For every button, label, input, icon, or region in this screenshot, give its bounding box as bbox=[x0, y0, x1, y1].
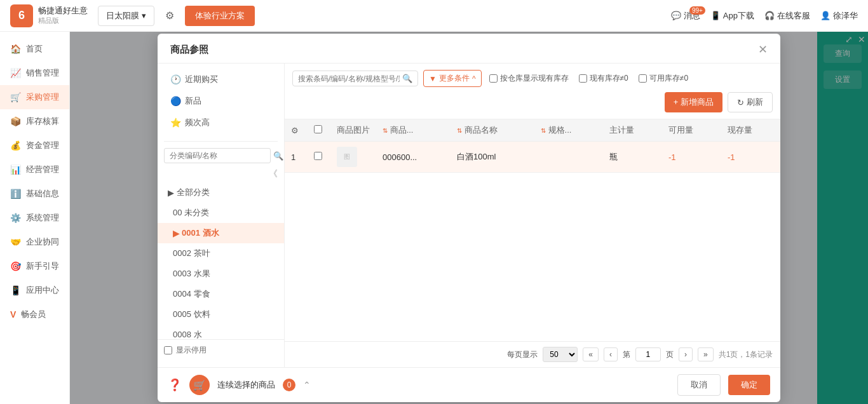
online-service-nav-item[interactable]: 🎧 在线客服 bbox=[764, 10, 810, 22]
logo-line1: 畅捷通好生意 bbox=[38, 6, 88, 17]
category-search-input[interactable] bbox=[164, 148, 271, 163]
cat-item-water[interactable]: 0008 水 bbox=[158, 325, 284, 339]
next-page-button[interactable]: › bbox=[679, 347, 693, 361]
quick-btn-new[interactable]: 🔵 新品 bbox=[164, 91, 278, 111]
quick-label-recent: 近期购买 bbox=[185, 74, 218, 85]
checkbox-by-warehouse[interactable]: 按仓库显示现有库存 bbox=[489, 73, 569, 84]
cat-item-all[interactable]: ▶ 全部分类 bbox=[158, 182, 284, 203]
per-page-select[interactable]: 50 10 20 100 bbox=[543, 347, 578, 362]
selected-label: 连续选择的商品 bbox=[217, 379, 275, 391]
cat-item-tea[interactable]: 0002 茶叶 bbox=[158, 243, 284, 264]
logo-line2: 精品版 bbox=[38, 16, 88, 25]
category-search-area: 🔍 bbox=[158, 145, 284, 168]
clock-icon: 🕐 bbox=[170, 74, 181, 84]
help-icon[interactable]: ❓ bbox=[168, 378, 182, 392]
checkbox-by-warehouse-input[interactable] bbox=[489, 74, 498, 83]
cat-item-uncategorized[interactable]: 00 未分类 bbox=[158, 203, 284, 223]
user-icon: 👤 bbox=[820, 11, 831, 20]
modal-header: 商品参照 ✕ bbox=[158, 34, 780, 64]
th-image: 商品图片 bbox=[330, 119, 376, 142]
total-info: 共1页，1条记录 bbox=[719, 349, 773, 360]
online-service-label: 在线客服 bbox=[777, 10, 810, 22]
more-filters-button[interactable]: ▼ 更多条件 ^ bbox=[423, 70, 482, 87]
last-page-button[interactable]: » bbox=[698, 347, 714, 361]
modal-close-button[interactable]: ✕ bbox=[758, 43, 768, 57]
messages-nav-item[interactable]: 💬 消息 99+ bbox=[671, 10, 700, 22]
sidebar-item-home[interactable]: 🏠 首页 bbox=[0, 37, 69, 61]
table-row[interactable]: 1 图 bbox=[285, 142, 780, 173]
cat-arrow-all: ▶ bbox=[168, 188, 174, 198]
sidebar-item-vip[interactable]: V 畅会员 bbox=[0, 302, 69, 327]
cancel-button[interactable]: 取消 bbox=[677, 374, 721, 396]
divider bbox=[164, 141, 278, 142]
settings-icon[interactable]: ⚙ bbox=[159, 6, 180, 26]
experience-button[interactable]: 体验行业方案 bbox=[185, 6, 255, 26]
category-search-icon[interactable]: 🔍 bbox=[273, 151, 283, 161]
panel-collapse-icon[interactable]: 《 bbox=[269, 168, 278, 180]
info-icon: ℹ️ bbox=[10, 189, 21, 199]
show-disabled-toggle[interactable]: 显示停用 bbox=[164, 345, 278, 356]
sidebar-item-sales[interactable]: 📈 销售管理 bbox=[0, 61, 69, 85]
sidebar-label-apps: 应用中心 bbox=[26, 285, 59, 296]
checkbox-available-nonzero-input[interactable] bbox=[639, 74, 647, 83]
filter-checkboxes: 按仓库显示现有库存 现有库存≠0 可用库存≠0 bbox=[489, 73, 689, 84]
cell-img: 图 bbox=[330, 142, 376, 173]
checkbox-stock-nonzero-input[interactable] bbox=[579, 74, 587, 83]
chevron-down-icon: ▾ bbox=[142, 11, 146, 20]
th-settings[interactable]: ⚙ bbox=[285, 119, 308, 142]
logo-icon: 6 bbox=[10, 4, 33, 27]
th-spec[interactable]: ⇅ 规格... bbox=[534, 119, 603, 142]
sidebar-item-operations[interactable]: 📊 经营管理 bbox=[0, 158, 69, 182]
refresh-button[interactable]: ↻ 刷新 bbox=[728, 92, 773, 112]
add-product-button[interactable]: + 新增商品 bbox=[665, 92, 722, 112]
cat-item-liquor[interactable]: ▶ 0001 酒水 bbox=[158, 223, 284, 243]
right-panel: 🔍 ▼ 更多条件 ^ 按仓库显示现有库存 bbox=[285, 64, 780, 367]
main-area: 查询 设置 ✕ ⤢ 商品参照 ✕ 🕐 bbox=[70, 32, 868, 404]
checkbox-available-nonzero-label: 可用库存≠0 bbox=[649, 73, 688, 84]
store-dropdown[interactable]: 日太阳膜 ▾ bbox=[98, 6, 154, 26]
page-number-input[interactable] bbox=[635, 347, 661, 361]
left-panel: 🕐 近期购买 🔵 新品 ⭐ 频次高 bbox=[158, 64, 285, 367]
th-name[interactable]: ⇅ 商品名称 bbox=[451, 119, 534, 142]
first-page-button[interactable]: « bbox=[583, 347, 599, 361]
product-reference-modal: 商品参照 ✕ 🕐 近期购买 🔵 bbox=[158, 34, 780, 402]
cart-icon-button[interactable]: 🛒 bbox=[189, 375, 210, 395]
sidebar-item-guide[interactable]: 🎯 新手引导 bbox=[0, 254, 69, 278]
cell-check[interactable] bbox=[308, 142, 330, 173]
show-disabled-checkbox[interactable] bbox=[164, 346, 172, 354]
th-checkbox[interactable] bbox=[308, 119, 330, 142]
sidebar-item-finance[interactable]: 💰 资金管理 bbox=[0, 133, 69, 158]
cat-item-snacks[interactable]: 0004 零食 bbox=[158, 284, 284, 304]
modal-footer: ❓ 🛒 连续选择的商品 0 ⌃ 取消 确定 bbox=[158, 367, 780, 402]
sidebar-item-inventory[interactable]: 📦 库存核算 bbox=[0, 109, 69, 133]
home-icon: 🏠 bbox=[10, 44, 21, 54]
sidebar-item-apps[interactable]: 📱 应用中心 bbox=[0, 278, 69, 302]
checkbox-available-nonzero[interactable]: 可用库存≠0 bbox=[639, 73, 688, 84]
cell-unit: 瓶 bbox=[603, 142, 662, 173]
row-checkbox[interactable] bbox=[314, 152, 322, 160]
select-all-checkbox[interactable] bbox=[314, 125, 322, 133]
prev-page-button[interactable]: ‹ bbox=[604, 347, 618, 361]
product-search-input[interactable] bbox=[298, 74, 400, 83]
cat-item-fruit[interactable]: 0003 水果 bbox=[158, 264, 284, 284]
sidebar-item-basic-info[interactable]: ℹ️ 基础信息 bbox=[0, 182, 69, 206]
checkbox-stock-nonzero[interactable]: 现有库存≠0 bbox=[579, 73, 628, 84]
modal-overlay: 商品参照 ✕ 🕐 近期购买 🔵 bbox=[70, 32, 868, 404]
quick-btn-frequent[interactable]: ⭐ 频次高 bbox=[164, 113, 278, 132]
sidebar-item-enterprise[interactable]: 🤝 企业协同 bbox=[0, 230, 69, 254]
app-download-nav-item[interactable]: 📱 App下载 bbox=[710, 10, 754, 22]
quick-btn-recent[interactable]: 🕐 近期购买 bbox=[164, 70, 278, 89]
user-avatar[interactable]: 👤 徐泽华 bbox=[820, 10, 858, 22]
apps-icon: 📱 bbox=[10, 285, 21, 295]
th-code[interactable]: ⇅ 商品... bbox=[376, 119, 451, 142]
footer-collapse-icon[interactable]: ⌃ bbox=[303, 380, 311, 390]
guide-icon: 🎯 bbox=[10, 261, 21, 271]
sidebar-item-purchase[interactable]: 🛒 采购管理 bbox=[0, 85, 69, 109]
cat-item-drinks[interactable]: 0005 饮料 bbox=[158, 304, 284, 325]
confirm-button[interactable]: 确定 bbox=[728, 375, 770, 395]
quick-label-frequent: 频次高 bbox=[185, 117, 210, 128]
sidebar-label-vip: 畅会员 bbox=[21, 309, 46, 320]
sidebar-item-system[interactable]: ⚙️ 系统管理 bbox=[0, 206, 69, 230]
product-search-icon[interactable]: 🔍 bbox=[402, 74, 412, 83]
toolbar-right: + 新增商品 ↻ 刷新 bbox=[665, 92, 773, 112]
